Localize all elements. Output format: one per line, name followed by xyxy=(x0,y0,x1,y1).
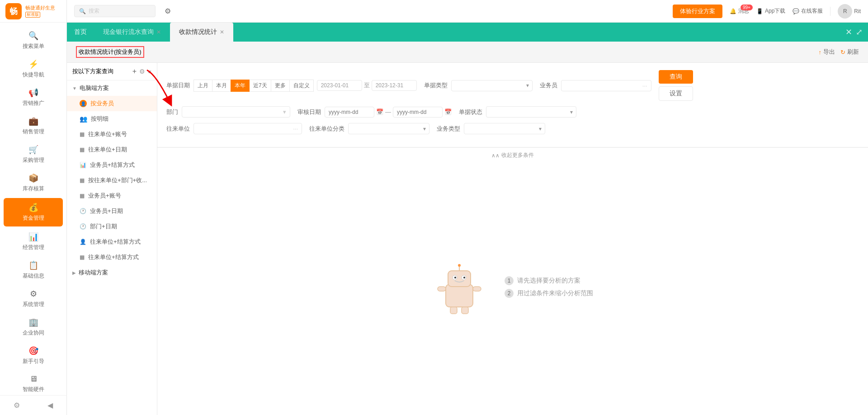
review-date-start-input[interactable] xyxy=(325,107,374,118)
query-button[interactable]: 查询 xyxy=(659,70,693,84)
partner-input[interactable]: ··· xyxy=(193,123,302,134)
settings-button[interactable]: 设置 xyxy=(659,86,693,101)
scheme-item-partner-settle2[interactable]: ▦ 往来单位+结算方式 xyxy=(67,250,157,265)
page-actions: ↑ 导出 ↻ 刷新 xyxy=(819,48,859,56)
sidebar-item-purchase[interactable]: 🛒 采购管理 xyxy=(0,140,66,169)
salesperson-date-icon: 🕐 xyxy=(80,208,86,214)
doc-status-select[interactable] xyxy=(486,106,576,118)
scheme-section-desktop-header[interactable]: ▼ 电脑端方案 xyxy=(67,80,157,96)
tab-receipt-stats-close[interactable]: ✕ xyxy=(220,29,224,35)
collapse-sidebar-icon[interactable]: ◀ xyxy=(47,401,53,410)
partner-category-select[interactable] xyxy=(348,123,429,134)
scheme-item-partner-date[interactable]: ▦ 往来单位+日期 xyxy=(67,142,157,157)
mobile-section-arrow: ▶ xyxy=(72,270,76,275)
review-date-label: 审核日期 xyxy=(297,108,321,116)
sidebar-item-finance[interactable]: 💰 资金管理 xyxy=(4,198,63,226)
business-type-select-wrapper xyxy=(464,123,545,134)
sidebar-item-basic-info[interactable]: 📋 基础信息 xyxy=(0,256,66,284)
sidebar-bottom: ⚙ ◀ xyxy=(0,395,66,415)
query-conditions: 单据日期 上月 本月 本年 近7天 更多 自定义 至 xyxy=(157,63,868,147)
tab-home[interactable]: 首页 xyxy=(67,23,94,42)
scheme-panel: 按以下方案查询 + ⚙ « ▼ 电脑端方案 👤 按业务员 xyxy=(67,63,157,415)
scheme-item-salesperson-settle[interactable]: 📊 业务员+结算方式 xyxy=(67,157,157,173)
online-service-item[interactable]: 💬 在线客服 xyxy=(793,7,823,15)
review-date-cal-icon[interactable]: 📅 xyxy=(376,108,383,115)
sidebar-item-guide[interactable]: 🎯 新手引导 xyxy=(0,341,66,370)
sidebar-nav: 🔍 搜索菜单 ⚡ 快捷导航 📢 营销推广 💼 销售管理 🛒 采购管理 📦 库存核… xyxy=(0,23,66,395)
tabs-right-actions: ✕ ⤢ xyxy=(845,27,868,37)
svg-point-4 xyxy=(454,277,456,278)
app-download-item[interactable]: 📱 App下载 xyxy=(756,7,785,15)
partner-more-icon: ··· xyxy=(293,125,298,132)
export-button[interactable]: ↑ 导出 xyxy=(819,48,835,56)
dept-date-icon: 🕐 xyxy=(80,223,86,230)
export-icon: ↑ xyxy=(819,49,822,56)
settings-bottom-icon[interactable]: ⚙ xyxy=(14,401,20,410)
robot-svg xyxy=(432,262,486,316)
sidebar-item-inventory[interactable]: 📦 库存核算 xyxy=(0,169,66,197)
scheme-settings-icon[interactable]: ⚙ xyxy=(139,68,145,75)
sidebar-item-search-menu[interactable]: 🔍 搜索菜单 xyxy=(0,26,66,55)
date-tab-more[interactable]: 更多 xyxy=(271,80,290,92)
scheme-item-by-salesperson[interactable]: 👤 按业务员 xyxy=(67,96,157,111)
topbar-search-box[interactable]: 🔍 搜索 xyxy=(74,5,156,17)
notification-item[interactable]: 🔔 消息 99+ xyxy=(730,7,749,15)
finance-icon: 💰 xyxy=(28,203,38,212)
scheme-item-dept-date[interactable]: 🕐 部门+日期 xyxy=(67,219,157,234)
sidebar-item-sales[interactable]: 💼 销售管理 xyxy=(0,112,66,140)
tab-bank-flow[interactable]: 现金银行流水查询 ✕ xyxy=(94,23,170,42)
doc-type-select[interactable] xyxy=(451,80,533,91)
business-type-select[interactable] xyxy=(464,123,545,134)
empty-state-content: 1 请先选择要分析的方案 2 用过滤条件来缩小分析范围 xyxy=(432,262,593,316)
empty-state: 1 请先选择要分析的方案 2 用过滤条件来缩小分析范围 xyxy=(157,163,868,415)
scheme-add-icon[interactable]: + xyxy=(132,67,137,75)
empty-state-illustration xyxy=(432,262,486,316)
tab-receipt-stats[interactable]: 收款情况统计 ✕ xyxy=(170,23,233,42)
sidebar-item-marketing[interactable]: 📢 营销推广 xyxy=(0,83,66,112)
date-tab-this-month[interactable]: 本月 xyxy=(212,80,231,92)
review-date-condition: 审核日期 📅 — 📅 xyxy=(297,107,452,118)
partner-account-icon: ▦ xyxy=(80,131,85,137)
doc-type-condition: 单据类型 xyxy=(424,80,533,91)
salesperson-settle-icon: 📊 xyxy=(80,162,86,168)
date-tab-7days[interactable]: 近7天 xyxy=(249,80,271,92)
scheme-item-salesperson-date[interactable]: 🕐 业务员+日期 xyxy=(67,203,157,219)
scheme-item-partner-dept-receipt[interactable]: ▦ 按往来单位+部门+收... xyxy=(67,173,157,188)
date-tab-last-month[interactable]: 上月 xyxy=(193,80,212,92)
tab-expand-icon[interactable]: ⤢ xyxy=(856,27,863,37)
sidebar-item-quick-nav[interactable]: ⚡ 快捷导航 xyxy=(0,55,66,83)
scheme-item-partner-account[interactable]: ▦ 往来单位+账号 xyxy=(67,127,157,142)
doc-status-condition: 单据状态 xyxy=(459,106,576,118)
tab-close-all-icon[interactable]: ✕ xyxy=(845,27,852,37)
trial-button[interactable]: 体验行业方案 xyxy=(673,5,722,18)
doc-status-select-wrapper xyxy=(486,106,576,118)
user-info[interactable]: R Rit xyxy=(838,4,861,19)
refresh-button[interactable]: ↻ 刷新 xyxy=(840,48,859,56)
partner-category-label: 往来单位分类 xyxy=(309,125,344,133)
topbar-gear-icon[interactable]: ⚙ xyxy=(161,5,175,18)
scheme-item-salesperson-account[interactable]: ▦ 业务员+账号 xyxy=(67,188,157,203)
review-date-end-cal-icon[interactable]: 📅 xyxy=(444,108,452,115)
sidebar-item-operations[interactable]: 📊 经营管理 xyxy=(0,227,66,256)
collapse-conditions-btn[interactable]: ∧∧ 收起更多条件 xyxy=(157,147,868,163)
review-date-sep: — xyxy=(385,108,391,115)
date-tab-custom[interactable]: 自定义 xyxy=(289,80,314,92)
dept-input[interactable]: ▾ xyxy=(182,106,290,118)
sidebar-item-enterprise[interactable]: 🏢 企业协同 xyxy=(0,313,66,341)
sidebar-item-system[interactable]: ⚙ 系统管理 xyxy=(0,284,66,313)
review-date-end-input[interactable] xyxy=(393,107,443,118)
date-end-input[interactable] xyxy=(372,80,417,91)
doc-type-label: 单据类型 xyxy=(424,81,448,90)
svg-point-5 xyxy=(463,277,465,278)
tab-bank-flow-close[interactable]: ✕ xyxy=(156,29,161,35)
date-tab-this-year[interactable]: 本年 xyxy=(231,80,250,92)
date-start-input[interactable] xyxy=(317,80,362,91)
scheme-collapse-icon[interactable]: « xyxy=(148,68,151,75)
sidebar-item-hardware[interactable]: 🖥 智能硬件 xyxy=(0,370,66,395)
salesperson-input[interactable]: ··· xyxy=(561,80,651,91)
scheme-item-by-detail[interactable]: 👥 按明细 xyxy=(67,111,157,127)
user-name: Rit xyxy=(854,8,861,14)
scheme-item-partner-settle1[interactable]: 👤 往来单位+结算方式 xyxy=(67,234,157,250)
scheme-header-actions: + ⚙ « xyxy=(132,67,151,75)
scheme-section-mobile-header[interactable]: ▶ 移动端方案 xyxy=(67,265,157,280)
